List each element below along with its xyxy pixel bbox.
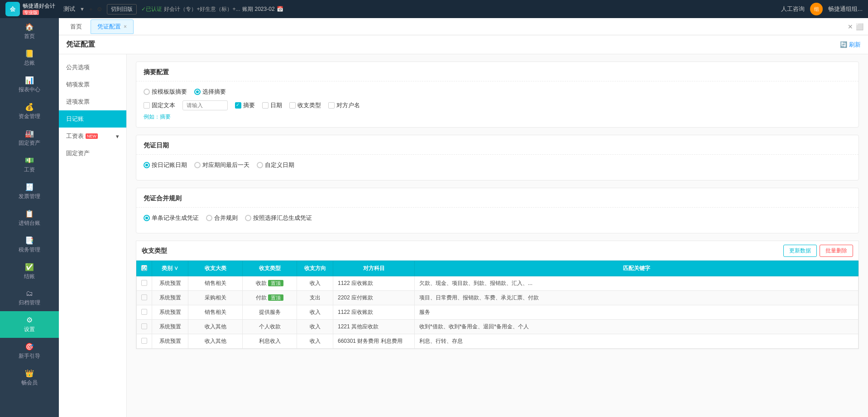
sidebar-item-tax[interactable]: 📑 税务管理 bbox=[0, 232, 59, 258]
expand-arrow-icon: ▾ bbox=[116, 133, 119, 140]
row-checkbox[interactable] bbox=[137, 305, 152, 320]
table-head: ☑ 类别 ∨ 收支大类 收支类型 bbox=[137, 261, 858, 276]
reset-top-button[interactable]: 置顶 bbox=[268, 280, 283, 286]
th-checkbox[interactable]: ☑ bbox=[137, 261, 152, 276]
reset-top-button[interactable]: 置顶 bbox=[268, 294, 283, 301]
sidebar-item-guide[interactable]: 🎯 新手引导 bbox=[0, 338, 59, 365]
row-account: 660301 财务费用 利息费用 bbox=[333, 334, 415, 349]
radio-merge-rule[interactable]: 合并规则 bbox=[206, 214, 238, 222]
row-keywords: 收到*借款、收到*备用金、退回*备用金、个人 bbox=[415, 320, 858, 334]
table-header-row: ☑ 类别 ∨ 收支大类 收支类型 bbox=[137, 261, 858, 276]
date-section-body: 按日记账日期 对应期间最后一天 自定义日期 bbox=[136, 155, 858, 180]
refresh-button[interactable]: 🔄 刷新 bbox=[840, 41, 861, 49]
radio-label-period: 对应期间最后一天 bbox=[202, 161, 249, 169]
radio-select-summary[interactable]: 选择摘要 bbox=[194, 88, 226, 96]
fixed-text-input[interactable] bbox=[182, 100, 228, 110]
sidebar-item-settings[interactable]: ⚙ 设置 bbox=[0, 311, 59, 338]
sidebar-item-archive[interactable]: 🗂 归档管理 bbox=[0, 285, 59, 311]
sidebar-item-label: 资金管理 bbox=[19, 113, 40, 120]
settings-icon[interactable]: ⚙ bbox=[97, 6, 102, 13]
checkbox-date-box bbox=[262, 102, 269, 109]
sidebar-item-reports[interactable]: 📊 报表中心 bbox=[0, 71, 59, 98]
sidebar-item-funds[interactable]: 💰 资金管理 bbox=[0, 98, 59, 125]
window-maximize-icon[interactable]: ⬜ bbox=[856, 23, 863, 30]
checkbox-income-type[interactable]: 收支类型 bbox=[289, 101, 321, 109]
checkbox-date[interactable]: 日期 bbox=[262, 101, 282, 109]
radio-single-record[interactable]: 单条记录生成凭证 bbox=[144, 214, 199, 222]
radio-period-last[interactable]: 对应期间最后一天 bbox=[194, 161, 249, 169]
checkbox-summary-label: 摘要 bbox=[243, 101, 255, 109]
left-nav-purchase-invoice[interactable]: 进项发票 bbox=[59, 93, 126, 110]
sidebar-item-label: 新手引导 bbox=[19, 352, 40, 360]
row-category: 系统预置 bbox=[152, 305, 188, 320]
checkbox-fixed-text[interactable]: 固定文本 bbox=[144, 101, 175, 109]
sidebar-item-label: 畅会员 bbox=[21, 379, 38, 387]
update-data-button[interactable]: 更新数据 bbox=[783, 245, 817, 257]
row-checkbox[interactable] bbox=[137, 276, 152, 291]
checkbox-counterpart[interactable]: 对方户名 bbox=[328, 101, 360, 109]
row-check-box[interactable] bbox=[141, 309, 147, 315]
row-check-box[interactable] bbox=[141, 323, 147, 329]
tab-voucher-config[interactable]: 凭证配置 × bbox=[91, 19, 134, 34]
product-tags: 好会计（专）+好生意（标）+... bbox=[164, 5, 240, 13]
row-subtype: 提供服务 bbox=[243, 305, 297, 320]
tab-home[interactable]: 首页 bbox=[63, 19, 89, 34]
sidebar-item-fixed-assets[interactable]: 🏭 固定资产 bbox=[0, 125, 59, 152]
window-close-icon[interactable]: ✕ bbox=[848, 23, 853, 30]
period-value: 2023-02 bbox=[255, 6, 275, 12]
table-row: 系统预置 销售相关 提供服务 收入 1122 应收账款 服务 bbox=[137, 305, 858, 320]
income-expense-title: 收支类型 bbox=[142, 247, 167, 255]
left-nav-sales-invoice[interactable]: 销项发票 bbox=[59, 76, 126, 93]
batch-delete-button[interactable]: 批量删除 bbox=[820, 245, 853, 257]
page-header: 凭证配置 🔄 刷新 bbox=[59, 35, 868, 54]
checkbox-summary[interactable]: 摘要 bbox=[235, 101, 255, 109]
merge-section-body: 单条记录生成凭证 合并规则 按照选择汇总生成凭证 bbox=[136, 208, 858, 233]
reports-icon: 📊 bbox=[25, 76, 34, 85]
avatar[interactable]: 组 bbox=[810, 3, 823, 15]
row-checkbox[interactable] bbox=[137, 320, 152, 334]
summary-radio-group: 按模板版摘要 选择摘要 bbox=[144, 88, 851, 96]
sidebar-item-ledger[interactable]: 📒 总账 bbox=[0, 45, 59, 71]
row-account: 1122 应收账款 bbox=[333, 276, 415, 291]
logo-icon: 会 bbox=[5, 2, 20, 16]
row-account: 1122 应收账款 bbox=[333, 305, 415, 320]
sidebar-item-wages[interactable]: 💵 工资 bbox=[0, 152, 59, 178]
radio-template-summary[interactable]: 按模板版摘要 bbox=[144, 88, 187, 96]
row-checkbox[interactable] bbox=[137, 334, 152, 349]
left-nav-journal[interactable]: 日记账 bbox=[59, 110, 126, 128]
row-check-box[interactable] bbox=[141, 280, 147, 286]
checkbox-counterpart-label: 对方户名 bbox=[336, 101, 360, 109]
calendar-icon[interactable]: 📅 bbox=[277, 6, 283, 12]
sidebar-item-home[interactable]: 🏠 首页 bbox=[0, 18, 59, 45]
left-nav-label: 销项发票 bbox=[66, 81, 90, 89]
company-dropdown[interactable]: ▼ bbox=[80, 6, 85, 12]
sidebar: 🏠 首页 📒 总账 📊 报表中心 💰 资金管理 🏭 固定资产 💵 工资 🧾 发票… bbox=[0, 18, 59, 417]
tab-close-icon[interactable]: × bbox=[124, 24, 127, 30]
switch-version-button[interactable]: 切到旧版 bbox=[107, 4, 137, 14]
income-expense-table: ☑ 类别 ∨ 收支大类 收支类型 bbox=[136, 261, 858, 349]
radio-aggregate[interactable]: 按照选择汇总生成凭证 bbox=[245, 214, 312, 222]
help-button[interactable]: 人工咨询 bbox=[781, 5, 805, 13]
radio-journal-date[interactable]: 按日记账日期 bbox=[144, 161, 187, 169]
checkbox-summary-box bbox=[235, 102, 241, 109]
table-row: 系统预置 采购相关 付款 置顶 支出 2202 应付账款 项目、日常费用、报销款… bbox=[137, 291, 858, 305]
radio-custom-date[interactable]: 自定义日期 bbox=[257, 161, 294, 169]
row-checkbox[interactable] bbox=[137, 291, 152, 305]
row-check-box[interactable] bbox=[141, 338, 147, 344]
row-subtype: 收款 置顶 bbox=[243, 276, 297, 291]
row-keywords: 项目、日常费用、报销款、车费、承兑汇票、付款 bbox=[415, 291, 858, 305]
sidebar-item-label: 固定资产 bbox=[19, 139, 40, 147]
sidebar-item-invoice[interactable]: 🧾 发票管理 bbox=[0, 178, 59, 205]
row-category: 系统预置 bbox=[152, 291, 188, 305]
sidebar-item-member[interactable]: 👑 畅会员 bbox=[0, 365, 59, 391]
sidebar-item-label: 发票管理 bbox=[19, 193, 40, 200]
left-nav-fixed-assets[interactable]: 固定资产 bbox=[59, 145, 126, 162]
sidebar-item-inout[interactable]: 📋 进销台账 bbox=[0, 205, 59, 232]
add-icon[interactable]: + bbox=[89, 6, 93, 13]
select-all-checkbox[interactable]: ☑ bbox=[141, 265, 147, 271]
left-nav-payroll[interactable]: 工资表 NEW ▾ bbox=[59, 128, 126, 145]
sidebar-item-close[interactable]: ✅ 结账 bbox=[0, 258, 59, 285]
row-check-box[interactable] bbox=[141, 294, 147, 300]
sidebar-item-label: 总账 bbox=[24, 59, 35, 67]
left-nav-public[interactable]: 公共选项 bbox=[59, 59, 126, 76]
